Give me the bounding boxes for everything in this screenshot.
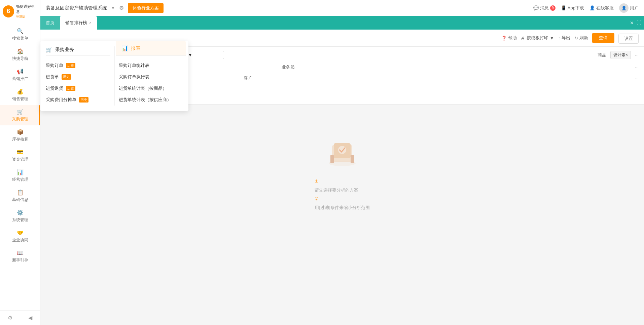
service-icon: 👤	[589, 5, 595, 10]
inventory-icon: 📦	[17, 129, 24, 135]
purchase-order-item[interactable]: 采购订单 历史	[46, 60, 110, 71]
print-btn[interactable]: 🖨 按模板打印 ▼	[521, 35, 554, 41]
query-btn[interactable]: 查询	[592, 33, 614, 43]
sidebar: 6 畅捷通好生意 标准版 🔍 搜索菜单 🏠 快捷导航 📢 营销推广 💰 销售管理…	[0, 0, 40, 325]
tab-close-window-icon[interactable]: ✕	[630, 20, 634, 26]
sidebar-item-enterprise[interactable]: 🤝 企业协同	[0, 226, 40, 246]
topbar-right: 💬 消息 9 📱 App下载 👤 在线客服 👤 用户	[533, 3, 639, 13]
purchase-order-stats-label: 采购订单统计表	[119, 63, 149, 69]
title-dropdown-icon[interactable]: ▼	[111, 6, 115, 10]
industry-btn[interactable]: 体验行业方案	[128, 3, 164, 13]
goods-return-label: 进货退货	[46, 85, 63, 91]
report-title: 报表	[131, 45, 140, 51]
sidebar-item-inventory[interactable]: 📦 库存核算	[0, 125, 40, 146]
tabbar-right: ✕ ⛶	[630, 20, 644, 26]
goods-more-dots[interactable]: ···	[635, 52, 639, 57]
goods-label: 商品	[598, 52, 606, 58]
empty-illustration	[322, 131, 362, 172]
sidebar-item-basic-info[interactable]: 📋 基础信息	[0, 186, 40, 206]
settings-btn[interactable]: 设置	[618, 34, 639, 44]
app-download-label: App下载	[568, 5, 584, 11]
sidebar-footer: ⚙ ◀	[0, 310, 40, 325]
salesperson-more-dots[interactable]: ···	[635, 65, 639, 70]
logo-name: 畅捷通好生意	[16, 4, 37, 14]
message-badge: 9	[550, 5, 556, 11]
refresh-btn[interactable]: ↻ 刷新	[574, 35, 588, 41]
logo-text: 畅捷通好生意 标准版	[16, 4, 37, 19]
goods-tag: 设计素×	[610, 51, 631, 59]
help-icon: ❓	[501, 36, 507, 41]
tab-home[interactable]: 首页	[40, 16, 60, 30]
empty-tip1: ① 请先选择要分析的方案	[315, 177, 369, 195]
svg-rect-5	[351, 155, 354, 163]
sidebar-item-finance[interactable]: 💳 资金管理	[0, 146, 40, 166]
sidebar-item-beginner[interactable]: 📖 新手引导	[0, 246, 40, 267]
sidebar-item-operations[interactable]: 📊 经营管理	[0, 166, 40, 186]
settings-footer-icon[interactable]: ⚙	[8, 315, 12, 321]
goods-receipt-by-product-item[interactable]: 进货单统计表（按商品）	[119, 83, 183, 94]
marketing-label: 营销推广	[12, 76, 28, 82]
operations-icon: 📊	[17, 169, 24, 175]
online-service-item[interactable]: 👤 在线客服	[589, 5, 614, 11]
customer-more-dots[interactable]: ···	[635, 76, 639, 81]
print-dropdown-icon[interactable]: ▼	[550, 36, 554, 41]
menu-divider	[114, 46, 115, 106]
empty-state: ① 请先选择要分析的方案 ② 用[过滤]条件来缩小分析范围	[40, 105, 644, 239]
tab-close-icon[interactable]: ×	[89, 21, 92, 25]
tab-fullscreen-icon[interactable]: ⛶	[637, 20, 641, 26]
tab-sales-rank[interactable]: 销售排行榜 ×	[60, 16, 97, 30]
purchase-order-exec-label: 采购订单执行表	[119, 74, 149, 80]
export-btn[interactable]: ↑ 导出	[558, 35, 571, 41]
goods-return-history[interactable]: 历史	[66, 86, 75, 91]
voucher-status-select[interactable]: ▼	[184, 51, 224, 59]
sidebar-item-sales[interactable]: 💰 销售管理	[0, 85, 40, 105]
system-settings-icon[interactable]: ⚙	[119, 5, 124, 11]
collapse-sidebar-icon[interactable]: ◀	[28, 315, 32, 321]
purchase-order-history[interactable]: 历史	[66, 63, 75, 68]
sales-icon: 💰	[17, 88, 24, 95]
goods-tag-value: 设计素×	[613, 52, 628, 58]
svg-rect-4	[330, 155, 334, 163]
user-avatar: 👤	[619, 3, 629, 13]
message-item[interactable]: 💬 消息 9	[533, 5, 556, 11]
help-btn[interactable]: ❓ 帮助	[501, 35, 517, 41]
purchase-cost-item[interactable]: 采购费用分摊单 历史	[46, 94, 110, 106]
print-icon: 🖨	[521, 36, 525, 41]
marketing-icon: 📢	[17, 68, 24, 75]
purchase-menu: 🛒 采购业务 采购订单 历史 进货单 历史 进货退货 历史 采购费用分摊单	[40, 41, 188, 111]
sidebar-menu: 🔍 搜索菜单 🏠 快捷导航 📢 营销推广 💰 销售管理 🛒 采购管理 📦 库存核…	[0, 23, 40, 310]
search-label: 搜索菜单	[12, 36, 28, 41]
user-item[interactable]: 👤 用户	[619, 3, 639, 13]
topbar: 装备及固定资产辅助管理系统 ▼ ⚙ 体验行业方案 💬 消息 9 📱 App下载 …	[40, 0, 644, 16]
sidebar-item-search[interactable]: 🔍 搜索菜单	[0, 25, 40, 45]
goods-receipt-item[interactable]: 进货单 历史	[46, 71, 110, 83]
purchase-order-exec-item[interactable]: 采购订单执行表	[119, 71, 183, 83]
enterprise-icon: 🤝	[17, 230, 24, 236]
purchase-ops-col: 🛒 采购业务 采购订单 历史 进货单 历史 进货退货 历史 采购费用分摊单	[46, 46, 110, 106]
goods-receipt-by-supplier-item[interactable]: 进货单统计表（按供应商）	[119, 94, 183, 106]
quick-nav-icon: 🏠	[17, 48, 24, 54]
app-download-item[interactable]: 📱 App下载	[561, 5, 584, 11]
inventory-label: 库存核算	[12, 136, 28, 142]
goods-receipt-by-supplier-label: 进货单统计表（按供应商）	[119, 97, 171, 103]
goods-receipt-label: 进货单	[46, 74, 59, 80]
goods-receipt-by-product-label: 进货单统计表（按商品）	[119, 85, 167, 91]
message-icon: 💬	[533, 5, 539, 10]
goods-receipt-history[interactable]: 历史	[62, 74, 71, 80]
goods-return-item[interactable]: 进货退货 历史	[46, 83, 110, 94]
sidebar-item-quick-nav[interactable]: 🏠 快捷导航	[0, 45, 40, 65]
sidebar-item-marketing[interactable]: 📢 营销推广	[0, 65, 40, 85]
user-label: 用户	[630, 5, 639, 11]
purchase-cost-history[interactable]: 历史	[79, 97, 88, 103]
sidebar-item-system[interactable]: ⚙️ 系统管理	[0, 206, 40, 226]
report-icon: 📊	[121, 45, 128, 51]
sidebar-item-purchase[interactable]: 🛒 采购管理	[0, 105, 40, 125]
refresh-label: 刷新	[579, 35, 588, 41]
export-icon: ↑	[558, 36, 561, 41]
tab-sales-rank-label: 销售排行榜	[65, 20, 87, 26]
beginner-icon: 📖	[17, 250, 24, 256]
export-label: 导出	[562, 35, 570, 41]
purchase-order-stats-item[interactable]: 采购订单统计表	[119, 60, 183, 71]
purchase-label: 采购管理	[12, 116, 28, 122]
empty-tip2: ② 用[过滤]条件来缩小分析范围	[315, 195, 369, 212]
